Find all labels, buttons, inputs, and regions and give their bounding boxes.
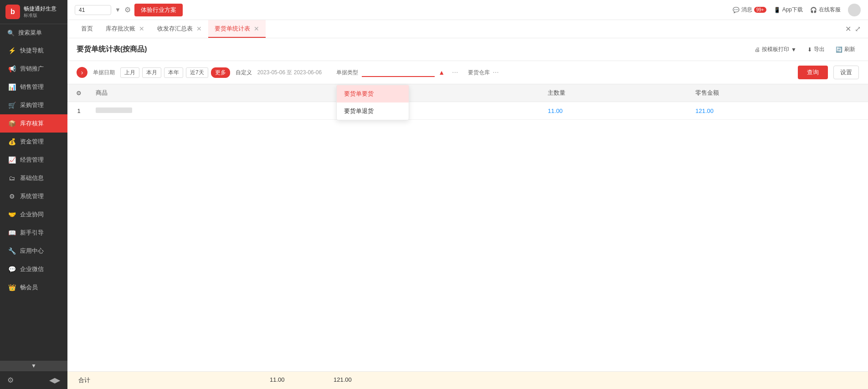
quicknav-icon: ⚡ <box>7 46 16 55</box>
phone-icon: 📱 <box>774 7 781 13</box>
message-badge: 99+ <box>754 7 766 13</box>
table-header-row: ⚙ 商品 主计量单位 主数量 零售金额 <box>67 84 868 102</box>
dropdown-item-0[interactable]: 要货单要货 <box>337 85 409 102</box>
sidebar-item-marketing[interactable]: 📢 营销推广 <box>0 60 67 78</box>
topbar-right: 💬 消息 99+ 📱 App下载 🎧 在线客服 <box>733 4 861 16</box>
type-dropdown: 要货单要货 要货单退货 <box>336 85 409 120</box>
footer-quantity: 11.00 <box>264 376 328 384</box>
print-icon: 🖨 <box>755 46 760 53</box>
export-icon: ⬇ <box>807 46 812 53</box>
btn-7days[interactable]: 近7天 <box>186 67 208 78</box>
btn-this-year[interactable]: 本年 <box>164 67 183 78</box>
dropdown-item-1[interactable]: 要货单退货 <box>337 102 409 120</box>
date-range-display: 2023-05-06 至 2023-06-06 <box>257 69 322 77</box>
type-filter-more-icon[interactable]: ··· <box>452 68 458 77</box>
data-table: ⚙ 商品 主计量单位 主数量 零售金额 1 块 11.00 <box>67 84 868 120</box>
btn-more[interactable]: 更多 <box>211 67 230 78</box>
sidebar-nav: ⚡ 快捷导航 📢 营销推广 📊 销售管理 🛒 采购管理 📦 库存核算 💰 资金管… <box>0 41 67 361</box>
message-btn[interactable]: 💬 消息 99+ <box>733 6 766 14</box>
sidebar-item-member[interactable]: 👑 畅会员 <box>0 278 67 297</box>
sidebar-item-quicknav[interactable]: ⚡ 快捷导航 <box>0 41 67 60</box>
sidebar-search[interactable]: 🔍 搜索菜单 <box>0 24 67 41</box>
export-btn[interactable]: ⬇ 导出 <box>804 44 828 55</box>
tab-home[interactable]: 首页 <box>75 20 99 38</box>
set-btn[interactable]: 设置 <box>833 66 859 79</box>
page-actions: 🖨 按模板打印 ▼ ⬇ 导出 🔄 刷新 <box>751 44 859 55</box>
sidebar-item-basic-info[interactable]: 🗂 基础信息 <box>0 169 67 187</box>
online-service-btn[interactable]: 🎧 在线客服 <box>810 6 841 14</box>
apps-icon: 🔧 <box>7 246 16 256</box>
col-amount: 零售金额 <box>690 84 868 102</box>
col-product: 商品 <box>90 84 334 102</box>
col-quantity: 主数量 <box>542 84 690 102</box>
btn-prev-month[interactable]: 上月 <box>120 67 139 78</box>
sidebar-scroll-down[interactable]: ▼ <box>0 361 67 371</box>
sidebar-item-wechat[interactable]: 💬 企业微信 <box>0 260 67 278</box>
trial-btn[interactable]: 体验行业方案 <box>134 4 183 16</box>
expand-tab-btn[interactable]: ⤢ <box>855 25 861 33</box>
print-btn[interactable]: 🖨 按模板打印 ▼ <box>751 44 800 55</box>
topbar-settings-icon[interactable]: ⚙ <box>124 5 131 14</box>
filter-bar: › 单据日期 上月 本月 本年 近7天 更多 自定义 2023-05-06 至 … <box>67 61 868 84</box>
management-icon: 📈 <box>7 155 16 164</box>
filter-date-btns: 上月 本月 本年 近7天 更多 <box>120 67 230 78</box>
sidebar: b 畅捷通好生意 标准版 🔍 搜索菜单 ⚡ 快捷导航 📢 营销推广 📊 销售管理… <box>0 0 67 389</box>
breadcrumb-input[interactable] <box>75 5 111 15</box>
tab-order-summary[interactable]: 要货单统计表 ✕ <box>208 20 266 38</box>
sidebar-item-apps[interactable]: 🔧 应用中心 <box>0 242 67 260</box>
headset-icon: 🎧 <box>810 7 817 13</box>
page-title: 要货单统计表(按商品) <box>77 45 147 54</box>
system-icon: ⚙ <box>7 192 16 201</box>
sidebar-item-system[interactable]: ⚙ 系统管理 <box>0 187 67 205</box>
app-download-btn[interactable]: 📱 App下载 <box>774 6 803 14</box>
warehouse-more-icon[interactable]: ··· <box>493 68 498 77</box>
tab-close-order-summary[interactable]: ✕ <box>254 25 259 32</box>
sidebar-item-inventory[interactable]: 📦 库存核算 <box>0 114 67 133</box>
print-chevron-icon: ▼ <box>791 46 796 53</box>
table-container: ⚙ 商品 主计量单位 主数量 零售金额 1 块 11.00 <box>67 84 868 371</box>
col-settings[interactable]: ⚙ <box>67 84 90 102</box>
tab-receipt-summary[interactable]: 收发存汇总表 ✕ <box>151 20 208 38</box>
user-avatar[interactable] <box>848 4 861 16</box>
tab-inventory-batch[interactable]: 库存批次账 ✕ <box>99 20 151 38</box>
sidebar-item-sales[interactable]: 📊 销售管理 <box>0 78 67 96</box>
footer-amount: 121.00 <box>328 376 392 384</box>
app-logo-icon: b <box>5 5 20 19</box>
btn-this-month[interactable]: 本月 <box>142 67 161 78</box>
type-filter-input[interactable] <box>362 68 435 77</box>
message-icon: 💬 <box>733 7 740 13</box>
type-filter-label: 单据类型 <box>336 69 358 77</box>
sidebar-item-management[interactable]: 📈 经营管理 <box>0 151 67 169</box>
filter-type-section: 单据类型 ▲ ··· <box>336 68 458 77</box>
inventory-icon: 📦 <box>7 119 16 128</box>
table-footer: 合计 11.00 121.00 <box>67 371 868 389</box>
toggle-sidebar-icon[interactable]: ◀▶ <box>49 376 60 384</box>
enterprise-icon: 🤝 <box>7 210 16 219</box>
sales-icon: 📊 <box>7 82 16 92</box>
row-product <box>90 102 334 120</box>
sidebar-item-finance[interactable]: 💰 资金管理 <box>0 133 67 151</box>
query-btn[interactable]: 查询 <box>798 66 828 79</box>
settings-bottom-icon[interactable]: ⚙ <box>7 376 14 384</box>
sidebar-item-guide[interactable]: 📖 新手引导 <box>0 224 67 242</box>
guide-icon: 📖 <box>7 228 16 237</box>
close-all-tabs-btn[interactable]: ✕ <box>845 25 851 33</box>
page-header: 要货单统计表(按商品) 🖨 按模板打印 ▼ ⬇ 导出 🔄 刷新 <box>67 38 868 61</box>
warehouse-label: 要货仓库 <box>468 69 490 77</box>
btn-custom[interactable]: 自定义 <box>236 69 252 77</box>
topbar-left: ▼ ⚙ 体验行业方案 <box>75 4 727 16</box>
table-row: 1 块 11.00 121.00 <box>67 102 868 120</box>
tab-close-receipt-summary[interactable]: ✕ <box>196 25 202 32</box>
sidebar-item-purchase[interactable]: 🛒 采购管理 <box>0 96 67 114</box>
filter-expand-btn[interactable]: › <box>77 67 87 78</box>
purchase-icon: 🛒 <box>7 101 16 110</box>
search-icon: 🔍 <box>7 30 15 36</box>
app-brand: 畅捷通好生意 <box>24 5 56 13</box>
filter-warehouse: 要货仓库 ··· <box>468 68 498 77</box>
tab-close-inventory-batch[interactable]: ✕ <box>139 25 144 32</box>
sidebar-item-enterprise[interactable]: 🤝 企业协同 <box>0 205 67 224</box>
type-filter-chevron-up[interactable]: ▲ <box>438 69 445 76</box>
topbar: ▼ ⚙ 体验行业方案 💬 消息 99+ 📱 App下载 🎧 在线客服 <box>67 0 868 20</box>
refresh-btn[interactable]: 🔄 刷新 <box>832 44 859 55</box>
chevron-down-icon[interactable]: ▼ <box>115 6 121 13</box>
